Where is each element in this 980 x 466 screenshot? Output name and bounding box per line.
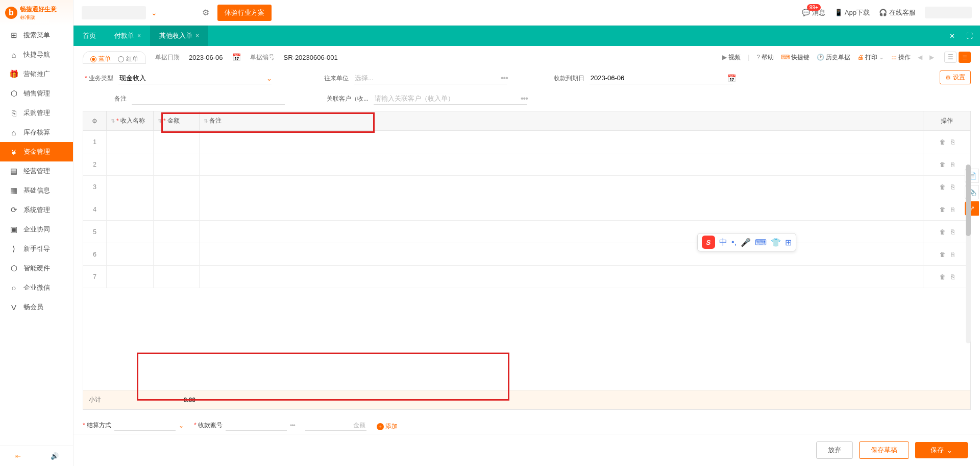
date-value[interactable]: 2023-06-06 (189, 54, 223, 61)
cell-amount[interactable] (154, 176, 200, 198)
cell-remark[interactable] (200, 198, 923, 220)
gear-icon[interactable]: ⚙ (199, 8, 212, 17)
cell-name[interactable] (107, 243, 154, 265)
radio-blue[interactable]: 蓝单 (90, 55, 111, 63)
cell-remark[interactable] (200, 131, 923, 153)
sidebar-item-5[interactable]: ⌂库存核算 (0, 123, 73, 142)
ops-button[interactable]: ⚏操作 (891, 53, 911, 62)
tab-1[interactable]: 付款单× (105, 26, 150, 46)
cell-amount[interactable] (154, 243, 200, 265)
sidebar-item-0[interactable]: ⊞搜索菜单 (0, 26, 73, 45)
sidebar-item-1[interactable]: ⌂快捷导航 (0, 45, 73, 64)
sidebar-item-13[interactable]: ○企业微信 (0, 278, 73, 297)
chevron-down-icon[interactable]: ⌄ (179, 422, 184, 429)
table-row[interactable]: 5🗑⎘ (83, 221, 970, 243)
copy-icon[interactable]: ⎘ (951, 228, 954, 236)
messages-button[interactable]: 💬 消息 99+ (802, 8, 825, 17)
cell-amount[interactable] (154, 131, 200, 153)
app-download-button[interactable]: 📱 App下载 (835, 8, 870, 17)
delete-icon[interactable]: 🗑 (940, 251, 946, 258)
settings-button[interactable]: ⚙设置 (940, 71, 971, 84)
col-remark[interactable]: ⇅备注 (200, 111, 923, 130)
next-icon[interactable]: ▶ (929, 54, 934, 61)
sidebar-item-14[interactable]: V畅会员 (0, 297, 73, 317)
prev-icon[interactable]: ◀ (918, 54, 922, 61)
col-name[interactable]: ⇅*收入名称 (107, 111, 154, 130)
due-input[interactable] (590, 72, 732, 84)
cell-remark[interactable] (200, 243, 923, 265)
settle-method-input[interactable] (114, 420, 176, 431)
tab-0[interactable]: 首页 (74, 26, 105, 46)
tab-2[interactable]: 其他收入单× (150, 26, 208, 46)
ime-punct-icon[interactable]: •, (731, 238, 737, 247)
copy-icon[interactable]: ⎘ (951, 161, 954, 168)
cell-amount[interactable] (154, 221, 200, 243)
delete-icon[interactable]: 🗑 (940, 273, 946, 281)
delete-icon[interactable]: 🗑 (940, 183, 946, 191)
grid-gear-icon[interactable]: ⚙ (83, 111, 107, 130)
history-button[interactable]: 🕑历史单据 (817, 53, 850, 62)
cell-remark[interactable] (200, 153, 923, 175)
tab-close-button[interactable]: ✕ (944, 28, 960, 43)
table-row[interactable]: 1🗑⎘ (83, 131, 970, 153)
ime-lang[interactable]: 中 (719, 237, 727, 248)
close-icon[interactable]: × (137, 32, 141, 39)
sidebar-item-8[interactable]: ▦基础信息 (0, 181, 73, 200)
save-button[interactable]: 保存⌄ (915, 442, 968, 458)
customer-input[interactable] (374, 92, 527, 105)
cell-amount[interactable] (154, 266, 200, 288)
delete-icon[interactable]: 🗑 (940, 161, 946, 168)
ime-skin-icon[interactable]: 👕 (771, 238, 781, 247)
table-row[interactable]: 4🗑⎘ (83, 198, 970, 221)
cell-name[interactable] (107, 131, 154, 153)
experience-button[interactable]: 体验行业方案 (217, 5, 272, 21)
collapse-icon[interactable]: ⇤ (0, 446, 37, 466)
add-settlement-button[interactable]: + 添加 (377, 422, 398, 431)
table-row[interactable]: 7🗑⎘ (83, 266, 970, 288)
discard-button[interactable]: 放弃 (816, 441, 853, 459)
sidebar-item-2[interactable]: 🎁营销推广 (0, 64, 73, 84)
print-button[interactable]: 🖨打印⌄ (857, 53, 884, 62)
table-row[interactable]: 2🗑⎘ (83, 153, 970, 176)
remark-input[interactable] (132, 92, 285, 105)
company-selector[interactable]: ⌄ (82, 6, 194, 19)
sidebar-item-9[interactable]: ⟳系统管理 (0, 200, 73, 220)
cell-amount[interactable] (154, 153, 200, 175)
ime-keyboard-icon[interactable]: ⌨ (755, 238, 767, 247)
cell-name[interactable] (107, 198, 154, 220)
more-icon[interactable]: ••• (521, 94, 528, 103)
copy-icon[interactable]: ⎘ (951, 251, 954, 258)
ime-toolbar[interactable]: S 中 •, 🎤 ⌨ 👕 ⊞ (697, 233, 796, 251)
sound-icon[interactable]: 🔊 (37, 446, 74, 466)
ime-mic-icon[interactable]: 🎤 (741, 238, 751, 247)
cell-name[interactable] (107, 176, 154, 198)
ime-grid-icon[interactable]: ⊞ (785, 238, 792, 247)
delete-icon[interactable]: 🗑 (940, 138, 946, 146)
calendar-icon[interactable]: 📅 (727, 74, 736, 82)
help-button[interactable]: ?帮助 (756, 53, 774, 62)
cell-remark[interactable] (200, 266, 923, 288)
save-draft-button[interactable]: 保存草稿 (859, 441, 909, 459)
cell-name[interactable] (107, 221, 154, 243)
unit-input[interactable] (354, 72, 507, 84)
copy-icon[interactable]: ⎘ (951, 273, 954, 281)
sidebar-item-10[interactable]: ▣企业协同 (0, 220, 73, 239)
col-amount[interactable]: ⇅*金额 (154, 111, 200, 130)
copy-icon[interactable]: ⎘ (951, 138, 954, 146)
delete-icon[interactable]: 🗑 (940, 206, 946, 213)
user-placeholder[interactable] (925, 7, 972, 18)
cell-amount[interactable] (154, 198, 200, 220)
more-icon[interactable]: ••• (290, 422, 295, 429)
cell-remark[interactable] (200, 221, 923, 243)
sidebar-item-11[interactable]: ⟩新手引导 (0, 239, 73, 259)
cell-name[interactable] (107, 153, 154, 175)
calendar-icon[interactable]: 📅 (232, 53, 241, 61)
settle-amount-input[interactable] (305, 420, 366, 431)
cell-name[interactable] (107, 266, 154, 288)
settle-account-input[interactable] (226, 420, 287, 431)
sidebar-item-3[interactable]: ⬡销售管理 (0, 84, 73, 103)
scrollbar-thumb[interactable] (966, 165, 971, 236)
sidebar-item-4[interactable]: ⎘采购管理 (0, 103, 73, 123)
video-button[interactable]: ▶视频 (722, 53, 741, 62)
service-button[interactable]: 🎧 在线客服 (879, 8, 916, 17)
